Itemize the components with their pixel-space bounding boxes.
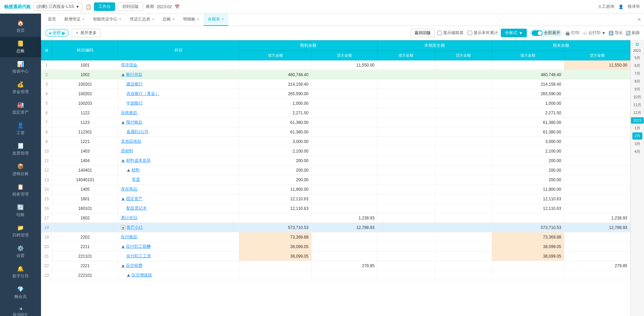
year-label-2023a[interactable]: 2023. <box>631 48 643 54</box>
sidebar-item-assets[interactable]: 🏭 固定资产 <box>0 98 41 119</box>
toggle-switch[interactable] <box>532 30 543 36</box>
calendar-icon[interactable]: 📅 <box>175 4 180 9</box>
table-row-name[interactable]: ▲材料 <box>118 166 239 175</box>
sidebar-item-guide[interactable]: 🔔 新手引导 <box>0 262 41 283</box>
month-8[interactable]: 8月 <box>632 78 642 85</box>
show-aux-checkbox[interactable]: 显示辅助算 <box>437 30 464 36</box>
tab-smart-verify[interactable]: 智能凭证中心 ✕ <box>89 14 126 26</box>
expand-all-toggle[interactable]: 全部展开 <box>530 29 562 37</box>
print-button[interactable]: 🖨️ 打印 <box>565 30 579 36</box>
table-row-current-credit <box>435 89 492 99</box>
table-row-name[interactable]: 其他应收款 <box>118 137 239 146</box>
header-settings[interactable]: ⚙ <box>41 41 52 60</box>
sidebar-item-tax[interactable]: 📋 税务管理 <box>0 180 41 201</box>
sidebar-item-reports[interactable]: 📊 报表中心 <box>0 57 41 78</box>
filter-tag[interactable]: ● 全部 ▶ <box>45 29 69 37</box>
tab-add-voucher[interactable]: 新增凭证 ✕ <box>60 14 89 26</box>
return-old-button[interactable]: 返回旧版 <box>411 29 435 37</box>
sidebar-item-settings[interactable]: ⚙️ 设置 <box>0 242 41 262</box>
table-row-current-credit <box>435 175 492 185</box>
month-7[interactable]: 7月 <box>632 70 642 77</box>
month-12[interactable]: 12月 <box>631 109 643 116</box>
sidebar-item-salary[interactable]: 👤 工资 <box>0 119 41 139</box>
workbench-button[interactable]: 工作台 <box>94 2 115 11</box>
month-2[interactable]: 2月 <box>632 132 642 140</box>
tab-ledger[interactable]: 总账 ✕ <box>159 14 179 26</box>
sidebar-item-ledger[interactable]: 📒 总账 <box>0 37 41 57</box>
show-ytd-checkbox[interactable]: 显示本年累计 <box>468 30 498 36</box>
table-row-name[interactable]: 零蛋 <box>118 175 239 185</box>
table-row-closing-debit: 3,000.00 <box>492 137 564 146</box>
tab-close-add-voucher[interactable]: ✕ <box>82 17 85 21</box>
tab-close-voucher-summary[interactable]: ✕ <box>152 17 154 21</box>
table-row-opening-debit: 200.00 <box>239 156 312 166</box>
app-logo: 畅捷通易代账 <box>4 4 31 10</box>
table-row-name[interactable]: 应收账款 <box>118 108 239 118</box>
month-10[interactable]: 10月 <box>631 94 643 101</box>
table-row-name[interactable]: 建设银行 <box>118 80 239 89</box>
month-3[interactable]: 3月 <box>632 140 642 147</box>
company-selector[interactable]: (勿删) 江西股金-LSS ▼ <box>33 3 83 11</box>
year-2023[interactable]: 2023 <box>631 117 644 124</box>
tab-close-ledger[interactable]: ✕ <box>172 17 175 21</box>
export-button[interactable]: ⬇️ 导出 <box>608 30 623 36</box>
refresh-button[interactable]: 🔄 刷新 <box>626 30 640 36</box>
month-6[interactable]: 6月 <box>632 62 642 69</box>
tab-detail[interactable]: 明细账 ✕ <box>179 14 204 26</box>
tab-label-voucher-summary: 凭证汇总表 <box>130 16 150 22</box>
switch-old-button[interactable]: 切到旧版 <box>118 2 143 11</box>
table-row-name[interactable]: ▲应交税费 <box>118 261 239 271</box>
table-row-name[interactable]: 中国银行 <box>118 99 239 108</box>
table-row-name[interactable]: ▲银行存款 <box>118 70 239 80</box>
tab-balance[interactable]: 余额表 ✕ <box>204 14 228 26</box>
sidebar-item-settle[interactable]: 🔄 结账 <box>0 201 41 221</box>
invoice-icon: 🧾 <box>17 143 24 149</box>
tab-close-smart-verify[interactable]: ✕ <box>119 17 122 21</box>
expand-more-button[interactable]: ∨ 展开更多 <box>72 29 100 37</box>
tab-close-detail[interactable]: ✕ <box>197 17 200 21</box>
table-row-code: 140401 <box>52 166 118 175</box>
month-5[interactable]: 5月 <box>632 54 642 61</box>
sidebar-item-unpin[interactable]: ◀ 取消固定 <box>0 303 41 316</box>
sidebar-item-capital[interactable]: 💰 资金管理 <box>0 78 41 98</box>
table-row-name[interactable]: ▲材料成本差异 <box>118 156 239 166</box>
ytd-checkbox-input[interactable] <box>468 31 472 35</box>
table-row-name[interactable]: ■资产小计 <box>118 223 239 232</box>
tab-close-balance[interactable]: ✕ <box>221 17 224 21</box>
month-4[interactable]: 4月 <box>632 148 642 155</box>
style-button[interactable]: 全账式 ▼ <box>501 29 527 37</box>
table-row-code: 100203 <box>52 99 118 108</box>
right-panel-gear[interactable]: ⚙ <box>635 42 640 47</box>
table-row-name[interactable]: ▲应交增值税 <box>118 271 239 280</box>
month-11[interactable]: 11月 <box>631 101 643 109</box>
table-row-closing-credit <box>564 194 630 204</box>
table-row-name[interactable]: ▲固定资产 <box>118 194 239 204</box>
sidebar-item-invoice[interactable]: 🧾 发票管理 <box>0 139 41 160</box>
filter-arrow: ▶ <box>62 31 65 35</box>
table-row-opening-credit <box>311 252 377 261</box>
tab-home[interactable]: 首页 <box>44 14 60 26</box>
table-row-name[interactable]: 累计折旧 <box>118 213 239 223</box>
sidebar-item-archive[interactable]: 📁 归档管理 <box>0 221 41 242</box>
table-row-name[interactable]: 库存商品 <box>118 185 239 194</box>
sidebar-item-member[interactable]: 💎 畅会员 <box>0 283 41 303</box>
month-1[interactable]: 1月 <box>632 125 642 132</box>
table-row-name[interactable]: 嘉属EU公司 <box>118 127 239 137</box>
table-row-name[interactable]: 应付职工工资 <box>118 252 239 261</box>
table-row-opening-credit <box>311 194 377 204</box>
consult-label[interactable]: 人工咨询 <box>598 4 614 10</box>
sidebar-item-purchase[interactable]: 📦 进销台账 <box>0 160 41 180</box>
table-row-name[interactable]: ▲预付账款 <box>118 118 239 127</box>
aux-checkbox-input[interactable] <box>437 31 442 35</box>
month-9[interactable]: 9月 <box>632 86 642 93</box>
sidebar-item-home[interactable]: 🏠 首页 <box>0 16 41 37</box>
close-all-tabs-button[interactable]: ✕ <box>637 16 641 23</box>
table-row-name[interactable]: 农业银行（黄金） <box>118 89 239 99</box>
table-row-name[interactable]: 配提票记本 <box>118 204 239 213</box>
cloud-print-button[interactable]: ☁️ 云打印 ▼ <box>582 30 606 36</box>
tab-voucher-summary[interactable]: 凭证汇总表 ✕ <box>126 14 159 26</box>
table-row-name[interactable]: ▲应付职工薪酬 <box>118 242 239 252</box>
table-row-name[interactable]: 库存现金 <box>118 60 239 70</box>
table-row-name[interactable]: 原材料 <box>118 146 239 156</box>
table-row-name[interactable]: 应付账款 <box>118 232 239 242</box>
